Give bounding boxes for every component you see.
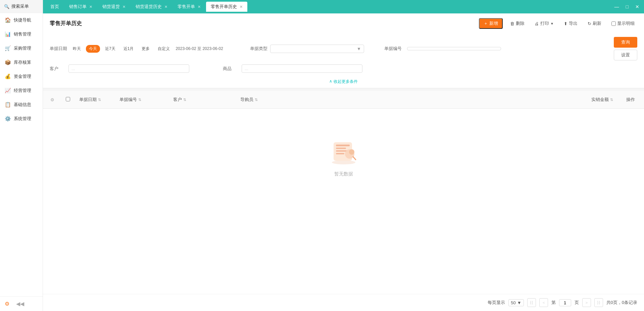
- tab-retail-history-close[interactable]: ✕: [240, 5, 243, 9]
- tab-retail-history[interactable]: 零售开单历史 ✕: [206, 2, 247, 12]
- date-btn-1month[interactable]: 近1月: [120, 45, 137, 53]
- customer-filter-label: 客户: [50, 66, 58, 72]
- print-icon: 🖨: [535, 21, 539, 26]
- date-btn-more[interactable]: 更多: [139, 45, 153, 53]
- display-detail-label: 显示明细: [617, 20, 635, 27]
- sidebar-item-inventory[interactable]: 📦 库存核算: [0, 55, 43, 69]
- page-prev-btn[interactable]: ＜: [539, 298, 548, 307]
- window-min-btn[interactable]: —: [612, 3, 621, 10]
- page-input[interactable]: [559, 299, 571, 306]
- sidebar-item-quick-nav[interactable]: 🏠 快捷导航: [0, 13, 43, 27]
- col-amount-header[interactable]: 实销金额 ⇅: [577, 91, 617, 109]
- table-settings-gear[interactable]: ⚙: [47, 94, 58, 105]
- tab-retail-open[interactable]: 零售开单 ✕: [173, 2, 205, 12]
- window-close-btn[interactable]: ✕: [633, 3, 641, 10]
- refresh-icon: ↻: [588, 21, 591, 26]
- tab-home-label: 首页: [50, 4, 59, 10]
- per-page-select[interactable]: 50 ▼: [508, 299, 524, 306]
- refresh-button[interactable]: ↻ 刷新: [585, 19, 604, 28]
- date-filter-buttons: 昨天 今天 近7天 近1月 更多 自定义: [70, 45, 173, 53]
- tab-sales-return-history-close[interactable]: ✕: [164, 5, 167, 9]
- add-button[interactable]: ＋ 新增: [479, 18, 503, 29]
- per-page-label: 每页显示: [488, 300, 505, 306]
- collapse-up-icon: ∧: [329, 79, 332, 85]
- main-area: 首页 销售订单 ✕ 销货退货 ✕ 销货退货历史 ✕ 零售开单 ✕ 零售开单历史 …: [43, 0, 644, 311]
- page-suffix: 页: [575, 300, 579, 306]
- collapse-label: 收起更多条件: [334, 79, 358, 85]
- svg-point-0: [332, 160, 355, 164]
- collapse-filter-row[interactable]: ∧ 收起更多条件: [50, 77, 637, 88]
- col-extra-header: [270, 91, 577, 109]
- print-button[interactable]: 🖨 打印 ▼: [532, 19, 556, 28]
- col-guide-header[interactable]: 导购员 ⇅: [236, 91, 270, 109]
- date-btn-yesterday[interactable]: 昨天: [70, 45, 84, 53]
- col-action-header: 操作: [617, 91, 644, 109]
- page-first-btn[interactable]: ⟨⟨: [527, 298, 536, 307]
- refresh-label: 刷新: [593, 20, 601, 27]
- sidebar-item-sales-mgmt[interactable]: 📊 销售管理: [0, 27, 43, 41]
- bottom-settings-icon[interactable]: ⚙: [5, 301, 9, 307]
- col-customer-sort-icon: ⇅: [183, 98, 186, 102]
- sidebar-item-operations[interactable]: 📈 经营管理: [0, 84, 43, 98]
- col-guide-sort-icon: ⇅: [255, 98, 258, 102]
- delete-label: 删除: [516, 20, 525, 27]
- sidebar-item-finance[interactable]: 💰 资金管理: [0, 69, 43, 84]
- sidebar-collapse-icon[interactable]: ◀◀: [16, 301, 24, 307]
- tab-sales-return-history[interactable]: 销货退货历史 ✕: [131, 2, 172, 12]
- filter-area: 单据日期 昨天 今天 近7天 近1月 更多 自定义 2023-06-02 至 2…: [50, 33, 637, 88]
- tab-retail-open-label: 零售开单: [178, 4, 195, 10]
- select-all-checkbox[interactable]: [66, 97, 70, 101]
- sidebar-item-basic-info[interactable]: 📋 基础信息: [0, 98, 43, 112]
- box-icon: 📦: [5, 59, 11, 65]
- col-date-label: 单据日期: [79, 97, 97, 102]
- clipboard-icon: 📋: [5, 102, 11, 108]
- page-last-btn[interactable]: ⟩⟩: [594, 298, 603, 307]
- type-select-arrow: ▼: [357, 46, 361, 51]
- tab-sales-order-close[interactable]: ✕: [89, 5, 92, 9]
- query-button[interactable]: 查询: [614, 37, 637, 48]
- total-text: 共0页，0条记录: [606, 300, 637, 306]
- sidebar-bottom: ⚙ ◀◀: [0, 296, 43, 311]
- delete-icon: 🗑: [510, 21, 514, 26]
- export-button[interactable]: ⬆ 导出: [561, 19, 580, 28]
- order-no-filter-input[interactable]: [407, 47, 501, 50]
- date-btn-custom[interactable]: 自定义: [155, 45, 173, 53]
- sidebar-item-label: 销售管理: [14, 31, 31, 37]
- sidebar-item-sys-mgmt[interactable]: ⚙️ 系统管理: [0, 112, 43, 126]
- export-label: 导出: [569, 20, 578, 27]
- per-page-arrow: ▼: [517, 300, 522, 305]
- col-order-no-header[interactable]: 单据编号 ⇅: [115, 91, 169, 109]
- col-checkbox-header: [62, 91, 75, 109]
- sidebar-item-purchase-mgmt[interactable]: 🛒 采购管理: [0, 41, 43, 55]
- col-customer-header[interactable]: 客户 ⇅: [169, 91, 236, 109]
- display-detail-button[interactable]: 显示明细: [609, 19, 637, 28]
- data-table: ⚙ 单据日期 ⇅ 单据编号 ⇅: [43, 91, 644, 204]
- empty-text: 暂无数据: [334, 171, 353, 177]
- sidebar-item-label: 采购管理: [14, 45, 31, 51]
- print-label: 打印: [540, 20, 549, 27]
- delete-button[interactable]: 🗑 删除: [507, 19, 527, 28]
- window-max-btn[interactable]: □: [624, 3, 631, 10]
- customer-filter-item: 客户 ...: [50, 64, 189, 73]
- tab-sales-return[interactable]: 销货退货 ✕: [98, 2, 130, 12]
- tab-retail-open-close[interactable]: ✕: [198, 5, 201, 9]
- tab-sales-order[interactable]: 销售订单 ✕: [64, 2, 97, 12]
- sidebar-item-label: 资金管理: [14, 73, 31, 80]
- display-detail-checkbox[interactable]: [611, 21, 616, 26]
- goods-filter-input[interactable]: ...: [242, 64, 362, 73]
- tab-home[interactable]: 首页: [46, 2, 64, 12]
- svg-rect-2: [336, 145, 350, 146]
- customer-filter-input[interactable]: ...: [68, 64, 189, 73]
- date-filter-item: 单据日期 昨天 今天 近7天 近1月 更多 自定义 2023-06-02 至 2…: [50, 45, 223, 53]
- sidebar-search[interactable]: 🔍 搜索采单: [0, 0, 43, 13]
- svg-rect-5: [336, 153, 344, 154]
- col-date-header[interactable]: 单据日期 ⇅: [75, 91, 115, 109]
- date-btn-7days[interactable]: 近7天: [102, 45, 118, 53]
- page-next-btn[interactable]: ＞: [582, 298, 591, 307]
- settings-filter-button[interactable]: 设置: [614, 50, 637, 60]
- col-guide-label: 导购员: [240, 97, 253, 102]
- cart-icon: 🛒: [5, 45, 11, 51]
- tab-sales-return-close[interactable]: ✕: [122, 5, 126, 9]
- date-btn-today[interactable]: 今天: [86, 45, 100, 53]
- type-filter-select[interactable]: ▼: [270, 45, 364, 53]
